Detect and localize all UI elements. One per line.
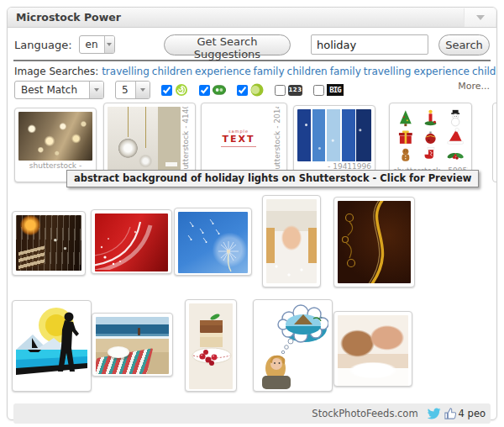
image-caption: TEXT — [221, 134, 256, 147]
sort-select-value: Best Match — [15, 82, 83, 98]
microstock-power-widget: Microstock Power Language: en Get Search… — [7, 7, 497, 420]
thumbnail-label: shutterstock - 41400559 — [181, 107, 192, 178]
toolbar: Language: en Get Search Suggestions Sear… — [8, 28, 496, 60]
thumbnail-winter-woman[interactable] — [262, 195, 321, 287]
thumbnail-art — [108, 107, 181, 178]
source-checkbox-3[interactable] — [237, 85, 248, 96]
language-label: Language: — [14, 39, 72, 51]
search-link[interactable]: children — [152, 66, 192, 77]
per-source-select-arrow[interactable] — [135, 82, 150, 98]
search-link[interactable]: travelling — [364, 66, 412, 77]
image-searches-row: Image Searches: travellingchildrenexperi… — [8, 61, 496, 78]
big-icon: BIG — [327, 84, 344, 96]
source-toggle-4[interactable]: 123 — [275, 85, 302, 96]
language-select[interactable]: en — [79, 35, 115, 54]
thumbnail-beach-vector[interactable] — [12, 300, 92, 392]
thumbnail-restaurant-table[interactable] — [12, 211, 86, 276]
search-link[interactable]: experience — [413, 66, 470, 77]
search-input[interactable] — [311, 34, 428, 55]
get-suggestions-button[interactable]: Get Search Suggestions — [164, 34, 291, 55]
source-checkbox-2[interactable] — [199, 85, 210, 96]
per-source-select-value: 5 — [116, 82, 134, 98]
widget-title: Microstock Power — [16, 11, 121, 24]
green-circle-icon — [250, 83, 264, 97]
tooltip: abstract background of holiday lights on… — [66, 170, 479, 187]
like-icon[interactable] — [444, 408, 456, 419]
collapse-button[interactable] — [464, 8, 496, 27]
filters-row: Best Match 5 123 — [8, 78, 496, 103]
more-link[interactable]: More... — [458, 81, 490, 92]
thumbnail-art — [96, 317, 169, 374]
thumbnail-red-swirl[interactable] — [91, 209, 172, 274]
per-source-select[interactable]: 5 — [115, 81, 150, 99]
thumbnail-art — [18, 112, 92, 161]
search-link[interactable]: experience — [195, 66, 251, 77]
thumbnail-dandelion[interactable] — [174, 208, 252, 276]
thumbnail-label: shutterstock - 20143273 — [272, 107, 283, 178]
thumbnail-art: sample TEXT — [205, 107, 272, 178]
christmas-icons-art — [393, 107, 468, 166]
source-toggle-5[interactable]: BIG — [313, 84, 344, 96]
twitter-icon[interactable] — [428, 408, 441, 419]
thumbnail-dessert-cake[interactable] — [185, 299, 237, 392]
search-link[interactable]: travelling — [102, 66, 150, 77]
source-toggle-3[interactable] — [237, 83, 264, 97]
thumbnail-vacation-daydream[interactable] — [253, 299, 333, 392]
sort-select-arrow[interactable] — [89, 82, 103, 98]
thumbnail-art — [266, 199, 317, 283]
thumbnail-art — [16, 304, 87, 387]
image-searches-label: Image Searches: — [14, 66, 98, 77]
thumbnail-massage[interactable] — [333, 311, 412, 387]
thumbnail-art — [257, 303, 328, 389]
sort-select[interactable]: Best Match — [14, 81, 104, 99]
search-link[interactable]: children — [287, 66, 328, 77]
search-link[interactable]: family — [330, 66, 361, 77]
thumbnail-clipped[interactable] — [492, 103, 496, 182]
thumbnail-art — [16, 215, 81, 271]
footer-site-link[interactable]: StockPhotoFeeds.com — [312, 408, 417, 419]
search-link[interactable]: child — [472, 66, 496, 77]
language-select-arrow[interactable] — [104, 36, 114, 53]
results-grid: shutterstock - shutterstock - 41400559 s… — [8, 103, 496, 400]
thumbnail-art — [178, 212, 248, 273]
source-checkbox-5[interactable] — [313, 85, 324, 96]
thumbnail-art — [393, 107, 468, 166]
chevron-down-icon — [476, 15, 485, 20]
language-select-value: en — [80, 36, 104, 53]
source-toggle-2[interactable] — [199, 83, 226, 97]
thumbnail-art — [95, 214, 168, 271]
like-count: 4 peo — [459, 408, 486, 419]
123-icon: 123 — [288, 85, 302, 96]
search-link[interactable]: family — [254, 66, 285, 77]
thumbnail-beach-photo[interactable] — [92, 313, 173, 377]
thumbnail-blue-winter-banners[interactable]: - 19411996 — [293, 105, 375, 177]
thumbnail-art — [297, 109, 371, 161]
thumbnail-art — [189, 303, 233, 389]
search-button[interactable]: Search — [438, 34, 490, 55]
source-checkbox-1[interactable] — [161, 85, 172, 96]
thumbnail-art — [338, 201, 411, 283]
thumbnail-art — [338, 315, 408, 386]
source-checkbox-4[interactable] — [275, 85, 286, 96]
thumbnail-gold-ornament[interactable] — [333, 197, 415, 287]
footer-bar: StockPhotoFeeds.com 4 peo — [13, 403, 491, 424]
green-pill-icon — [213, 83, 226, 97]
green-spiral-icon — [175, 83, 188, 97]
source-toggle-1[interactable] — [161, 83, 188, 97]
widget-header: Microstock Power — [8, 8, 496, 28]
